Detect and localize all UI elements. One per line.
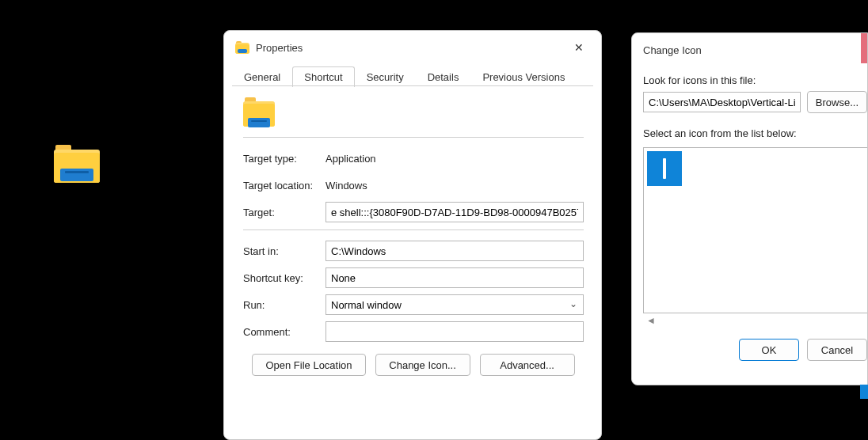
vertical-line-icon — [663, 158, 666, 179]
file-explorer-icon — [243, 97, 275, 129]
close-button-hover-indicator — [861, 33, 867, 63]
look-for-icons-label: Look for icons in this file: — [643, 74, 867, 86]
scroll-left-icon[interactable]: ◄ — [643, 315, 867, 326]
change-icon-button[interactable]: Change Icon... — [375, 354, 470, 376]
shortcut-key-label: Shortcut key: — [243, 272, 326, 284]
target-label: Target: — [243, 207, 326, 218]
target-location-label: Target location: — [243, 180, 326, 192]
target-location-value: Windows — [326, 180, 584, 192]
run-label: Run: — [243, 299, 326, 311]
properties-title: Properties — [256, 42, 562, 54]
close-button[interactable]: ✕ — [562, 36, 596, 59]
file-explorer-icon — [235, 41, 249, 54]
change-icon-dialog: Change Icon Look for icons in this file:… — [631, 32, 868, 385]
icon-path-input[interactable] — [643, 92, 801, 112]
icon-list[interactable] — [643, 147, 867, 313]
icon-list-item-selected[interactable] — [647, 151, 682, 186]
shortcut-tab-content: Target type: Application Target location… — [224, 86, 601, 439]
tab-previous-versions[interactable]: Previous Versions — [470, 66, 577, 87]
shortcut-key-input[interactable] — [326, 267, 584, 288]
properties-dialog: Properties ✕ General Shortcut Security D… — [223, 30, 602, 440]
ok-button[interactable]: OK — [739, 339, 799, 361]
start-in-label: Start in: — [243, 245, 326, 257]
target-type-value: Application — [326, 153, 584, 165]
properties-tabs: General Shortcut Security Details Previo… — [224, 64, 601, 86]
comment-label: Comment: — [243, 326, 326, 338]
select-icon-label: Select an icon from the list below: — [643, 127, 867, 139]
partial-scrollbar-indicator — [860, 385, 868, 399]
tab-shortcut[interactable]: Shortcut — [292, 66, 354, 87]
tab-details[interactable]: Details — [416, 66, 471, 87]
run-select[interactable]: Normal window — [326, 294, 584, 315]
open-file-location-button[interactable]: Open File Location — [252, 354, 365, 376]
properties-titlebar[interactable]: Properties ✕ — [224, 31, 601, 64]
divider — [243, 229, 584, 230]
change-icon-titlebar[interactable]: Change Icon — [632, 33, 867, 66]
file-explorer-icon — [54, 145, 100, 183]
desktop-file-explorer-shortcut[interactable] — [54, 145, 101, 184]
tab-general[interactable]: General — [232, 66, 292, 87]
close-icon: ✕ — [574, 41, 584, 54]
comment-input[interactable] — [326, 321, 584, 342]
target-input[interactable] — [326, 202, 584, 222]
target-type-label: Target type: — [243, 153, 326, 165]
divider — [243, 137, 584, 138]
start-in-input[interactable] — [326, 241, 584, 261]
browse-button[interactable]: Browse... — [807, 91, 867, 113]
change-icon-title: Change Icon — [643, 44, 866, 56]
tab-security[interactable]: Security — [355, 66, 416, 87]
advanced-button[interactable]: Advanced... — [480, 354, 575, 376]
cancel-button[interactable]: Cancel — [807, 339, 867, 361]
